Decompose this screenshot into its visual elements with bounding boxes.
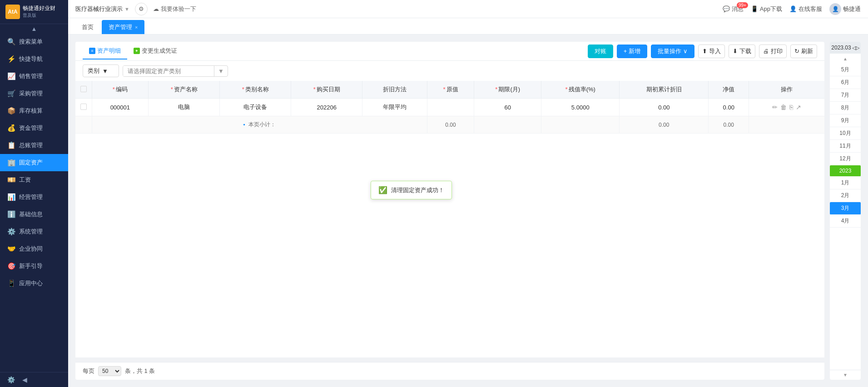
- timeline-scroll-up-btn[interactable]: ▲: [830, 54, 861, 64]
- import-button[interactable]: ⬆ 导入: [698, 45, 725, 58]
- purchase-icon: 🛒: [7, 89, 15, 98]
- reconcile-button[interactable]: 对账: [588, 45, 613, 58]
- timeline-item-mar[interactable]: 3月: [830, 202, 861, 215]
- user-profile-button[interactable]: 👤 畅捷通: [829, 3, 861, 15]
- sidebar-item-guide[interactable]: 🎯 新手引导: [0, 258, 68, 275]
- tab-home[interactable]: 首页: [75, 20, 100, 34]
- new-button[interactable]: + 新增: [617, 45, 647, 58]
- copy-icon[interactable]: ⎘: [789, 104, 793, 111]
- row-actions: ✏ 🗑 ⎘ ↗: [753, 104, 821, 111]
- refresh-button[interactable]: ↻ 刷新: [790, 45, 817, 58]
- notification-button[interactable]: 💬 消息 99+: [723, 5, 744, 13]
- sidebar-item-label: 固定资产: [19, 159, 43, 167]
- print-label: 打印: [771, 47, 783, 55]
- sidebar-item-fixed-assets[interactable]: 🏢 固定资产: [0, 154, 68, 171]
- sidebar-item-app-center[interactable]: 📱 应用中心: [0, 275, 68, 292]
- sidebar-item-label: 工资: [19, 176, 31, 184]
- tab-asset-management[interactable]: 资产管理 ×: [102, 20, 144, 34]
- th-date: *购买日期: [291, 81, 362, 99]
- company-selector[interactable]: 医疗器械行业演示 ▼: [75, 5, 129, 13]
- td-period: 60: [474, 99, 541, 116]
- edit-icon[interactable]: ✏: [772, 104, 778, 111]
- delete-icon[interactable]: 🗑: [780, 104, 787, 111]
- topbar: 医疗器械行业演示 ▼ ⚙ ☁ 我要体验一下 💬 消息 99+ 📱 App下载 👤…: [68, 0, 868, 18]
- timeline-item-jul[interactable]: 7月: [830, 89, 861, 102]
- timeline-item-oct[interactable]: 10月: [830, 127, 861, 140]
- total-label: 条，共 1 条: [125, 367, 155, 375]
- timeline-item-aug[interactable]: 8月: [830, 102, 861, 114]
- download-button[interactable]: ⬇ 下载: [729, 45, 755, 58]
- service-icon: 👤: [789, 5, 797, 12]
- td-checkbox: [75, 99, 92, 116]
- sidebar-item-label: 采购管理: [19, 89, 43, 98]
- category-input[interactable]: [123, 66, 214, 76]
- generate-voucher-icon: ✦: [134, 48, 140, 54]
- table-row: 000001 电脑 电子设备 202206 年限平均 60 5.0000 0.0…: [75, 99, 824, 116]
- more-icon[interactable]: ↗: [796, 104, 801, 111]
- sidebar-item-purchase[interactable]: 🛒 采购管理: [0, 85, 68, 102]
- sidebar-item-salary[interactable]: 💴 工资: [0, 171, 68, 189]
- subtotal-original: 0.00: [427, 116, 474, 134]
- scrollbar-inner: [75, 357, 530, 362]
- sidebar-item-label: 基础信息: [19, 210, 43, 218]
- refresh-icon: ↻: [794, 48, 799, 55]
- subtotal-label: 本页小计：: [248, 121, 276, 128]
- timeline-item-jun[interactable]: 6月: [830, 76, 861, 89]
- sub-tabs: ≡ 资产明细 ✦ 变更生成凭证 对账 + 新增 批量操作 ∨: [75, 42, 824, 61]
- sidebar-item-basic-info[interactable]: ℹ️ 基础信息: [0, 206, 68, 223]
- sidebar-item-quicknav[interactable]: ⚡ 快捷导航: [0, 50, 68, 68]
- sidebar-item-cooperation[interactable]: 🤝 企业协同: [0, 240, 68, 258]
- tab-close-icon[interactable]: ×: [135, 25, 138, 30]
- asset-detail-icon: ≡: [89, 48, 95, 54]
- sidebar-item-ledger[interactable]: 📋 总账管理: [0, 137, 68, 154]
- table-horizontal-scrollbar[interactable]: [75, 357, 824, 362]
- timeline-item-jan[interactable]: 1月: [830, 177, 861, 189]
- th-actions: 操作: [749, 81, 824, 99]
- sidebar-item-label: 总账管理: [19, 141, 43, 149]
- category-filter-select[interactable]: 类别 ▼: [83, 64, 119, 77]
- online-service-button[interactable]: 👤 在线客服: [789, 5, 822, 13]
- timeline-item-feb[interactable]: 2月: [830, 189, 861, 202]
- td-original-value: [427, 99, 474, 116]
- select-all-checkbox[interactable]: [80, 86, 87, 92]
- sub-tab-asset-detail-label: 资产明细: [97, 47, 121, 55]
- notification-icon: 💬: [723, 5, 730, 12]
- sidebar-item-sales[interactable]: 📈 销售管理: [0, 68, 68, 85]
- online-service-label: 在线客服: [799, 5, 822, 13]
- sidebar-item-system[interactable]: ⚙️ 系统管理: [0, 223, 68, 240]
- sub-tab-generate-voucher[interactable]: ✦ 变更生成凭证: [127, 43, 184, 60]
- topbar-settings-button[interactable]: ⚙: [135, 3, 148, 15]
- sidebar-item-search[interactable]: 🔍 搜索菜单: [0, 33, 68, 50]
- sub-tab-asset-detail[interactable]: ≡ 资产明细: [83, 43, 127, 60]
- timeline-item-sep[interactable]: 9月: [830, 114, 861, 127]
- batch-button[interactable]: 批量操作 ∨: [651, 45, 694, 58]
- sidebar-nav: 🔍 搜索菜单 ⚡ 快捷导航 📈 销售管理 🛒 采购管理 📦 库存核算 💰 资金管…: [0, 33, 68, 372]
- category-input-arrow-icon[interactable]: ▼: [214, 66, 228, 76]
- quicknav-icon: ⚡: [7, 55, 15, 63]
- app-download-button[interactable]: 📱 App下载: [751, 5, 782, 13]
- row-checkbox[interactable]: [80, 104, 87, 110]
- timeline-item-apr[interactable]: 4月: [830, 215, 861, 228]
- timeline-bottom-btn[interactable]: ▼: [830, 370, 861, 380]
- app-center-icon: 📱: [7, 279, 15, 288]
- download-icon: ⬇: [733, 48, 738, 55]
- page-size-select[interactable]: 50 100 200: [98, 366, 121, 376]
- timeline-header-expand-icon[interactable]: ◁▷: [852, 45, 859, 51]
- sidebar-item-inventory[interactable]: 📦 库存核算: [0, 102, 68, 119]
- sidebar-bottom: ⚙️ ◀: [0, 372, 68, 387]
- sidebar-scroll-up[interactable]: ▲: [0, 24, 68, 33]
- timeline-item-may[interactable]: 5月: [830, 64, 861, 76]
- print-button[interactable]: 🖨 打印: [759, 45, 787, 58]
- collapse-icon[interactable]: ◀: [22, 376, 27, 383]
- timeline-item-nov[interactable]: 11月: [830, 140, 861, 153]
- td-name: 电脑: [149, 99, 220, 116]
- timeline-year-marker[interactable]: 2023: [830, 165, 861, 177]
- timeline-item-dec[interactable]: 12月: [830, 153, 861, 165]
- sidebar-item-finance[interactable]: 💰 资金管理: [0, 119, 68, 137]
- logo-title: 畅捷通好业财: [23, 5, 55, 12]
- settings-bottom-icon[interactable]: ⚙️: [7, 376, 15, 383]
- sidebar-item-operations[interactable]: 📊 经营管理: [0, 189, 68, 206]
- experience-button[interactable]: ☁ 我要体验一下: [153, 5, 196, 13]
- subtotal-label-cell: ▪ 本页小计：: [92, 116, 427, 134]
- td-actions: ✏ 🗑 ⎘ ↗: [749, 99, 824, 116]
